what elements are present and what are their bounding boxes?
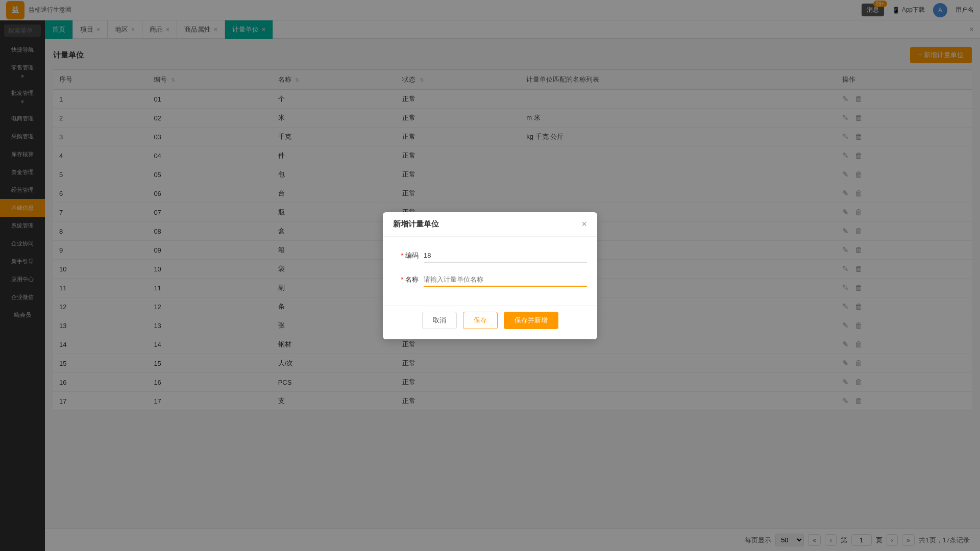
cancel-button[interactable]: 取消 <box>422 312 457 329</box>
code-input[interactable] <box>424 249 587 263</box>
modal-close-button[interactable]: × <box>581 219 587 229</box>
modal-overlay[interactable]: 新增计量单位 × * 编码 * 名称 取消 保存 保存并新增 <box>0 0 980 551</box>
name-input[interactable] <box>424 273 587 287</box>
modal-body: * 编码 * 名称 <box>383 237 597 305</box>
required-star: * <box>401 252 403 259</box>
modal-dialog: 新增计量单位 × * 编码 * 名称 取消 保存 保存并新增 <box>383 212 597 339</box>
code-form-row: * 编码 <box>393 249 587 263</box>
modal-header: 新增计量单位 × <box>383 212 597 237</box>
required-star-2: * <box>401 276 403 283</box>
modal-title: 新增计量单位 <box>393 219 439 229</box>
code-label: * 编码 <box>393 251 424 260</box>
name-form-row: * 名称 <box>393 273 587 287</box>
name-label: * 名称 <box>393 275 424 284</box>
save-and-add-button[interactable]: 保存并新增 <box>504 312 558 329</box>
modal-footer: 取消 保存 保存并新增 <box>383 305 597 339</box>
save-button[interactable]: 保存 <box>463 312 498 329</box>
